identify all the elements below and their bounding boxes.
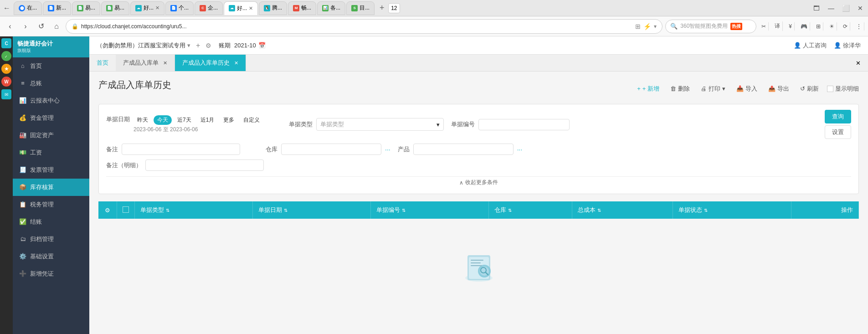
sidebar-item-home[interactable]: ⌂ 首页 bbox=[13, 57, 89, 75]
new-btn[interactable]: + + 新增 bbox=[634, 83, 662, 95]
company-settings-btn[interactable]: ⚙ bbox=[205, 42, 211, 49]
th-doc-date[interactable]: 单据日期 ⇅ bbox=[252, 201, 370, 219]
app-icon-chanjet[interactable]: C bbox=[1, 38, 11, 48]
delete-btn[interactable]: 🗑 删除 bbox=[668, 83, 693, 95]
topbar-company-selector[interactable]: （勿删勿禁用）江西服宝测试专用 ▾ bbox=[97, 41, 190, 50]
period-label: 账期 bbox=[219, 42, 231, 49]
grid-tool[interactable]: ⊞ bbox=[814, 22, 823, 31]
tab-5[interactable]: ☁ 好... ✕ bbox=[130, 1, 164, 15]
tab-5-close[interactable]: ✕ bbox=[155, 5, 159, 11]
url-bar[interactable]: 🔒 https://cloud.chanjet.com/accounting/u… bbox=[66, 19, 663, 34]
tab-8-close[interactable]: ✕ bbox=[249, 5, 253, 11]
back-button[interactable]: ‹ bbox=[4, 20, 16, 33]
sidebar-item-settings[interactable]: ⚙️ 基础设置 bbox=[13, 248, 89, 265]
app-icon-star[interactable]: ★ bbox=[1, 64, 11, 74]
date-btn-7days[interactable]: 近7天 bbox=[174, 115, 195, 125]
import-btn[interactable]: 📥 导入 bbox=[734, 83, 760, 95]
page-tab-1[interactable]: 产成品入库单 ✕ bbox=[116, 55, 175, 71]
forward-button[interactable]: › bbox=[19, 20, 32, 33]
breadcrumb-home[interactable]: 首页 bbox=[97, 59, 108, 67]
tab-count-badge[interactable]: 12 bbox=[388, 3, 400, 13]
app-icon-mail[interactable]: ✉ bbox=[1, 89, 11, 99]
remark-input[interactable] bbox=[122, 144, 240, 155]
browser-back-btn[interactable]: ← bbox=[2, 3, 12, 13]
search-bar[interactable]: 🔍 360智能抠图免费用 热搜 bbox=[665, 20, 756, 33]
th-checkbox[interactable] bbox=[117, 201, 134, 219]
page-tab-2-active[interactable]: 产成品入库单历史 ✕ bbox=[175, 55, 246, 71]
more-tool[interactable]: ⋮ bbox=[854, 22, 864, 31]
table-header: ⚙ 单据类型 ⇅ 单据日期 bbox=[98, 201, 859, 219]
minimize-btn[interactable]: — bbox=[825, 2, 837, 14]
tab-12[interactable]: S 目... bbox=[346, 1, 375, 15]
date-btn-yesterday[interactable]: 昨天 bbox=[134, 115, 152, 125]
panel-close-x[interactable]: ✕ bbox=[856, 60, 868, 67]
currency-tool[interactable]: ¥ bbox=[786, 22, 795, 31]
scissors-tool[interactable]: ✂ bbox=[759, 22, 769, 31]
query-button[interactable]: 查询 bbox=[825, 110, 851, 123]
refresh-btn[interactable]: ↺ 刷新 bbox=[797, 83, 822, 95]
tab-6[interactable]: 📄 个... bbox=[165, 1, 194, 15]
th-doc-status[interactable]: 单据状态 ⇅ bbox=[673, 201, 791, 219]
tab-8-active[interactable]: ☁ 好... ✕ bbox=[224, 1, 258, 15]
settings-button[interactable]: 设置 bbox=[825, 125, 851, 139]
sidebar-item-inventory[interactable]: 📦 库存核算 bbox=[13, 179, 89, 196]
add-company-btn[interactable]: + bbox=[194, 41, 202, 50]
tab-7[interactable]: C 企... bbox=[195, 1, 223, 15]
restore-btn[interactable]: 🗔 bbox=[811, 2, 822, 14]
tab-3[interactable]: 📄 易... bbox=[72, 1, 100, 15]
sidebar-item-invoice[interactable]: 🧾 发票管理 bbox=[13, 161, 89, 179]
doc-type-select[interactable]: 单据类型 ▾ bbox=[316, 118, 444, 131]
remark-detail-input[interactable] bbox=[145, 159, 264, 171]
sidebar-item-new-voucher[interactable]: ➕ 新增凭证 bbox=[13, 265, 89, 283]
sync-tool[interactable]: ⟳ bbox=[841, 22, 850, 31]
period-calendar-icon[interactable]: 📅 bbox=[258, 42, 266, 49]
translate-tool[interactable]: 译 bbox=[772, 21, 783, 31]
tab-9[interactable]: 🐧 腾... bbox=[259, 1, 287, 15]
th-gear[interactable]: ⚙ bbox=[98, 201, 117, 219]
page-tab-1-close[interactable]: ✕ bbox=[163, 60, 167, 66]
close-btn[interactable]: ✕ bbox=[854, 2, 866, 14]
sidebar-item-report[interactable]: 📊 云报表中心 bbox=[13, 92, 89, 109]
tab-4[interactable]: 📄 易... bbox=[101, 1, 129, 15]
th-doc-num[interactable]: 单据编号 ⇅ bbox=[370, 201, 488, 219]
sidebar-item-archive[interactable]: 🗂 归档管理 bbox=[13, 231, 89, 248]
sidebar-item-archive-label: 归档管理 bbox=[30, 235, 54, 243]
sidebar-item-checkout[interactable]: ✅ 结账 bbox=[13, 213, 89, 231]
maximize-btn[interactable]: ⬜ bbox=[840, 2, 852, 14]
tab-2[interactable]: 📄 新... bbox=[43, 1, 71, 15]
app-icon-green[interactable]: ✓ bbox=[1, 51, 11, 61]
reload-button[interactable]: ↺ bbox=[35, 20, 47, 33]
sidebar-item-fund[interactable]: 💰 资金管理 bbox=[13, 109, 89, 127]
tab-11[interactable]: 📊 各... bbox=[317, 1, 345, 15]
warehouse-input[interactable] bbox=[281, 144, 381, 155]
collapse-btn[interactable]: ∧ 收起更多条件 bbox=[106, 176, 851, 188]
th-warehouse[interactable]: 仓库 ⇅ bbox=[488, 201, 572, 219]
display-detail-checkbox[interactable]: 显示明细 bbox=[827, 85, 859, 93]
user-avatar[interactable]: 👤 徐泽华 bbox=[834, 41, 861, 50]
date-btn-custom[interactable]: 自定义 bbox=[240, 115, 263, 125]
product-more-icon[interactable]: ··· bbox=[517, 146, 523, 153]
sidebar-item-salary[interactable]: 💵 工资 bbox=[13, 144, 89, 161]
warehouse-more-icon[interactable]: ··· bbox=[385, 146, 390, 153]
date-btn-1month[interactable]: 近1月 bbox=[197, 115, 218, 125]
tab-10[interactable]: M 畅... bbox=[288, 1, 316, 15]
print-btn[interactable]: 🖨 打印 ▾ bbox=[698, 83, 728, 95]
sidebar-item-ledger[interactable]: ≡ 总账 bbox=[13, 75, 89, 92]
date-btn-more[interactable]: 更多 bbox=[220, 115, 238, 125]
new-tab-button[interactable]: + bbox=[375, 2, 388, 15]
page-tab-2-close[interactable]: ✕ bbox=[234, 60, 238, 66]
sidebar-item-assets[interactable]: 🏭 固定资产 bbox=[13, 127, 89, 144]
th-doc-type[interactable]: 单据类型 ⇅ bbox=[134, 201, 252, 219]
user-service-btn[interactable]: 👤 人工咨询 bbox=[794, 41, 827, 50]
sidebar-item-tax[interactable]: 📋 税务管理 bbox=[13, 196, 89, 213]
app-icon-weibo[interactable]: W bbox=[1, 77, 11, 87]
theme-tool[interactable]: ☀ bbox=[827, 22, 837, 31]
game-tool[interactable]: 🎮 bbox=[798, 22, 810, 31]
date-btn-today[interactable]: 今天 bbox=[154, 115, 172, 125]
home-button[interactable]: ⌂ bbox=[50, 20, 63, 33]
doc-num-input[interactable] bbox=[478, 119, 570, 130]
tab-1[interactable]: ⬤ 在... bbox=[14, 1, 42, 15]
th-total-cost[interactable]: 总成本 ⇅ bbox=[572, 201, 673, 219]
export-btn[interactable]: 📤 导出 bbox=[765, 83, 792, 95]
product-input[interactable] bbox=[413, 144, 514, 155]
